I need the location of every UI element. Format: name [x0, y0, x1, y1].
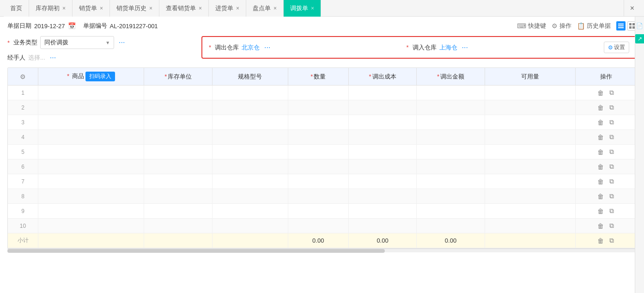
unit-cell[interactable]: [144, 219, 212, 233]
spec-cell[interactable]: [212, 115, 288, 130]
copy-row-icon[interactable]: ⧉: [608, 192, 616, 201]
spec-cell[interactable]: [212, 100, 288, 115]
spec-cell[interactable]: [212, 219, 288, 233]
sidebar-doc-icon[interactable]: 📄: [635, 21, 644, 31]
tab-sales-history[interactable]: 销货单历史 ×: [110, 0, 159, 17]
cost-cell[interactable]: [348, 100, 416, 115]
cost-cell[interactable]: [348, 85, 416, 100]
unit-cell[interactable]: [144, 85, 212, 100]
product-cell[interactable]: [38, 145, 144, 159]
product-cell[interactable]: [38, 100, 144, 115]
amount-cell[interactable]: [417, 145, 485, 159]
amount-cell[interactable]: [417, 100, 485, 115]
delete-row-icon[interactable]: 🗑: [596, 192, 605, 201]
transfer-out-ellipsis[interactable]: ···: [262, 43, 272, 52]
qty-cell[interactable]: [288, 159, 348, 174]
business-type-ellipsis[interactable]: ···: [117, 38, 127, 47]
spec-cell[interactable]: [212, 145, 288, 159]
cost-cell[interactable]: [348, 145, 416, 159]
qty-cell[interactable]: [288, 204, 348, 219]
copy-row-icon[interactable]: ⧉: [608, 148, 616, 156]
col-gear-header[interactable]: ⚙: [8, 68, 38, 85]
sidebar-expand-icon[interactable]: ↗: [635, 34, 644, 43]
tab-sales-order[interactable]: 销货单 ×: [73, 0, 110, 17]
product-cell[interactable]: [38, 174, 144, 189]
amount-cell[interactable]: [417, 219, 485, 233]
product-cell[interactable]: [38, 115, 144, 130]
tab-home[interactable]: 首页: [4, 0, 29, 17]
cost-cell[interactable]: [348, 204, 416, 219]
copy-row-icon[interactable]: ⧉: [608, 104, 616, 112]
qty-cell[interactable]: [288, 115, 348, 130]
amount-cell[interactable]: [417, 174, 485, 189]
close-view-sales[interactable]: ×: [199, 5, 202, 12]
subtotal-delete-icon[interactable]: 🗑: [596, 237, 605, 245]
spec-cell[interactable]: [212, 130, 288, 145]
qty-cell[interactable]: [288, 85, 348, 100]
tab-inventory-check[interactable]: 盘点单 ×: [246, 0, 284, 17]
copy-row-icon[interactable]: ⧉: [608, 118, 616, 127]
copy-row-icon[interactable]: ⧉: [608, 163, 616, 171]
delete-row-icon[interactable]: 🗑: [596, 118, 605, 127]
settings-button[interactable]: ⚙ 设置: [604, 42, 629, 53]
close-purchase-order[interactable]: ×: [236, 5, 239, 12]
qty-cell[interactable]: [288, 130, 348, 145]
shortcuts-button[interactable]: ⌨ 快捷键: [517, 22, 546, 30]
delete-row-icon[interactable]: 🗑: [596, 148, 605, 156]
unit-cell[interactable]: [144, 189, 212, 204]
copy-row-icon[interactable]: ⧉: [608, 207, 616, 215]
close-inventory-init[interactable]: ×: [62, 5, 66, 12]
spec-cell[interactable]: [212, 159, 288, 174]
spec-cell[interactable]: [212, 204, 288, 219]
tab-transfer-order[interactable]: 调拨单 ×: [284, 0, 321, 17]
delete-row-icon[interactable]: 🗑: [596, 207, 605, 215]
close-sales-order[interactable]: ×: [100, 5, 103, 12]
copy-row-icon[interactable]: ⧉: [608, 89, 616, 97]
unit-cell[interactable]: [144, 115, 212, 130]
close-sales-history[interactable]: ×: [149, 5, 152, 12]
spec-cell[interactable]: [212, 189, 288, 204]
delete-row-icon[interactable]: 🗑: [596, 222, 605, 230]
gear-header-icon[interactable]: ⚙: [20, 73, 26, 80]
cost-cell[interactable]: [348, 174, 416, 189]
cost-cell[interactable]: [348, 219, 416, 233]
subtotal-copy-icon[interactable]: ⧉: [608, 237, 616, 245]
product-cell[interactable]: [38, 189, 144, 204]
qty-cell[interactable]: [288, 219, 348, 233]
unit-cell[interactable]: [144, 159, 212, 174]
amount-cell[interactable]: [417, 189, 485, 204]
qty-cell[interactable]: [288, 145, 348, 159]
delete-row-icon[interactable]: 🗑: [596, 163, 605, 171]
calendar-icon[interactable]: 📅: [68, 22, 76, 30]
unit-cell[interactable]: [144, 100, 212, 115]
tab-inventory-init[interactable]: 库存期初 ×: [29, 0, 73, 17]
person-placeholder[interactable]: 选择...: [28, 54, 45, 62]
cost-cell[interactable]: [348, 189, 416, 204]
close-window-button[interactable]: ×: [624, 0, 640, 17]
qty-cell[interactable]: [288, 100, 348, 115]
transfer-in-ellipsis[interactable]: ···: [460, 43, 470, 52]
tab-purchase-order[interactable]: 进货单 ×: [209, 0, 246, 17]
cost-cell[interactable]: [348, 159, 416, 174]
amount-cell[interactable]: [417, 85, 485, 100]
delete-row-icon[interactable]: 🗑: [596, 133, 605, 141]
copy-row-icon[interactable]: ⧉: [608, 177, 616, 186]
product-cell[interactable]: [38, 204, 144, 219]
layout-list-icon[interactable]: [616, 21, 626, 31]
product-cell[interactable]: [38, 159, 144, 174]
amount-cell[interactable]: [417, 204, 485, 219]
unit-cell[interactable]: [144, 130, 212, 145]
product-cell[interactable]: [38, 219, 144, 233]
cost-cell[interactable]: [348, 130, 416, 145]
amount-cell[interactable]: [417, 130, 485, 145]
close-transfer-order[interactable]: ×: [311, 5, 314, 12]
scan-button[interactable]: 扫码录入: [85, 72, 115, 81]
unit-cell[interactable]: [144, 174, 212, 189]
product-cell[interactable]: [38, 130, 144, 145]
scrollbar-thumb[interactable]: [7, 249, 385, 253]
close-inventory-check[interactable]: ×: [273, 5, 277, 12]
spec-cell[interactable]: [212, 85, 288, 100]
unit-cell[interactable]: [144, 204, 212, 219]
product-cell[interactable]: [38, 85, 144, 100]
amount-cell[interactable]: [417, 159, 485, 174]
